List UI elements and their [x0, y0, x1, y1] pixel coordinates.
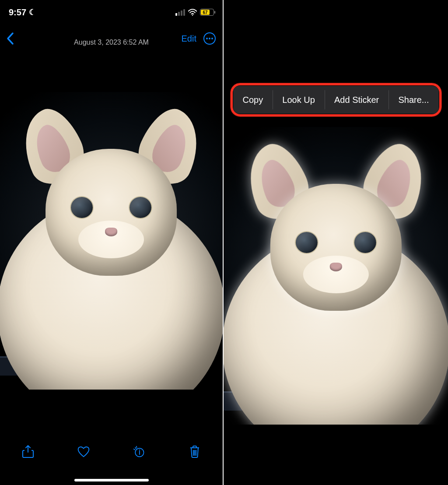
photos-detail-screen: 9:57 ☾ 67 Au	[0, 0, 224, 485]
edit-button[interactable]: Edit	[182, 34, 196, 44]
battery-percent: 67	[203, 10, 207, 15]
status-time: 9:57	[9, 7, 26, 18]
svg-point-3	[211, 38, 213, 39]
photo-subject-cat	[0, 92, 223, 390]
wifi-icon	[188, 9, 197, 16]
more-options-button[interactable]	[203, 32, 216, 45]
context-menu-highlight: Copy Look Up Add Sticker Share...	[233, 86, 439, 114]
nav-bar: August 3, 2023 6:52 AM Edit	[0, 26, 223, 51]
context-menu-copy[interactable]: Copy	[233, 86, 273, 114]
bottom-toolbar	[0, 436, 223, 485]
subject-lift-screen: Copy Look Up Add Sticker Share...	[224, 0, 448, 485]
share-icon[interactable]	[21, 445, 35, 459]
svg-point-2	[209, 38, 210, 39]
svg-point-0	[192, 15, 193, 16]
home-indicator[interactable]	[74, 479, 149, 481]
photo-viewport[interactable]	[0, 92, 223, 390]
battery-icon: 67	[200, 9, 214, 16]
context-menu-add-sticker[interactable]: Add Sticker	[325, 86, 388, 114]
info-lookup-icon[interactable]	[133, 445, 146, 459]
cellular-signal-icon	[175, 9, 185, 16]
lifted-subject-viewport[interactable]	[224, 127, 448, 425]
trash-icon[interactable]	[188, 445, 201, 459]
status-bar: 9:57 ☾ 67	[0, 0, 223, 25]
favorite-heart-icon[interactable]	[77, 445, 90, 459]
lifted-subject-cat	[224, 127, 448, 425]
context-menu-share[interactable]: Share...	[388, 86, 438, 114]
focus-moon-icon: ☾	[29, 7, 36, 17]
svg-point-1	[206, 38, 208, 39]
context-menu: Copy Look Up Add Sticker Share...	[233, 86, 439, 114]
context-menu-lookup[interactable]: Look Up	[273, 86, 325, 114]
